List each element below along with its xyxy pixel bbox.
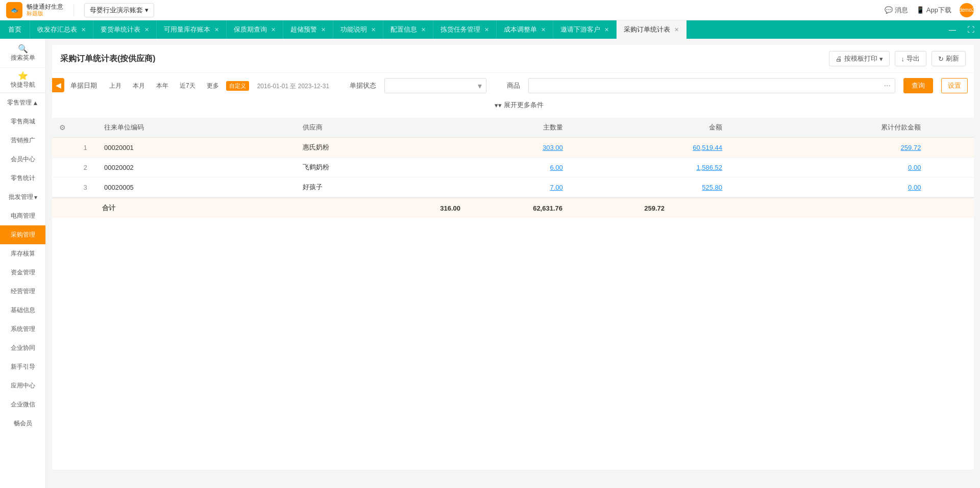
tab-close-inventory[interactable]: ✕ (214, 27, 219, 33)
row-paid-1[interactable]: 259.72 (728, 138, 927, 158)
tab-task[interactable]: 拣货任务管理 ✕ (433, 20, 497, 39)
tab-config[interactable]: 配置信息 ✕ (383, 20, 433, 39)
footer-paid: 259.72 (569, 204, 671, 212)
tab-cost[interactable]: 成本调整单 ✕ (497, 20, 553, 39)
tab-close-invite[interactable]: ✕ (604, 27, 609, 33)
nav-minimize-button[interactable]: — (943, 20, 962, 39)
collapse-filter-button[interactable]: ◀ (52, 78, 64, 92)
user-menu[interactable]: demo2 (960, 3, 974, 17)
table-area: ⚙ 往来单位编码 供应商 主数量 金额 累计付款金额 (52, 118, 974, 224)
sidebar-item-purchase[interactable]: 采购管理 (0, 225, 45, 244)
status-label: 单据状态 (350, 81, 376, 90)
tab-close-task[interactable]: ✕ (484, 27, 489, 33)
row-paid-2[interactable]: 0.00 (728, 158, 927, 177)
sidebar-item-ecommerce[interactable]: 电商管理 (0, 207, 45, 225)
tab-home[interactable]: 首页 (0, 20, 30, 39)
more-icon[interactable]: ··· (884, 81, 891, 90)
row-amount-1[interactable]: 60,519.44 (569, 138, 728, 158)
date-custom-badge[interactable]: 自定义 (226, 81, 249, 91)
col-paid-header: 累计付款金额 (728, 118, 927, 138)
tab-purchase-stats[interactable]: 采购订单统计表 ✕ (617, 20, 687, 39)
sidebar-item-wechat[interactable]: 企业微信 (0, 395, 45, 414)
tab-close-overstock[interactable]: ✕ (321, 27, 326, 33)
sidebar-item-vip[interactable]: 畅会员 (0, 414, 45, 433)
date-btn-last-month[interactable]: 上月 (105, 81, 126, 91)
sidebar-item-retail-mall[interactable]: 零售商城 (0, 112, 45, 131)
tab-close-expiry[interactable]: ✕ (271, 27, 276, 33)
settings-button[interactable]: 设置 (941, 78, 968, 93)
sidebar-item-new-guide[interactable]: 新手引导 (0, 357, 45, 376)
row-qty-2[interactable]: 6.00 (445, 158, 569, 177)
query-button[interactable]: 查询 (903, 78, 933, 93)
row-extra-3 (927, 177, 974, 197)
tab-close-purchase-stats[interactable]: ✕ (674, 27, 679, 33)
sidebar-item-operation[interactable]: 经营管理 (0, 282, 45, 301)
row-amount-2[interactable]: 1,586.52 (569, 158, 728, 177)
date-btn-7days[interactable]: 近7天 (176, 81, 200, 91)
footer-amount: 62,631.76 (467, 204, 569, 212)
refresh-icon: ↻ (938, 55, 944, 63)
tab-expiry[interactable]: 保质期查询 ✕ (227, 20, 283, 39)
sidebar-item-retail-stats[interactable]: 零售统计 (0, 169, 45, 188)
row-qty-1[interactable]: 303.00 (445, 138, 569, 158)
sidebar-item-cooperation[interactable]: 企业协同 (0, 339, 45, 357)
nav-tabs: 首页 收发存汇总表 ✕ 要货单统计表 ✕ 可用量库存账本 ✕ 保质期查询 ✕ 超… (0, 20, 980, 39)
tab-close-guide[interactable]: ✕ (371, 27, 376, 33)
column-settings-icon[interactable]: ⚙ (59, 123, 66, 132)
sidebar-item-app-center[interactable]: 应用中心 (0, 376, 45, 395)
sidebar-item-inventory-check[interactable]: 库存核算 (0, 244, 45, 263)
tab-close-order-stats[interactable]: ✕ (144, 27, 149, 33)
filter-row-1: 单据日期 上月 本月 本年 近7天 更多 自定义 2016-01-01 至 20… (70, 78, 968, 93)
sidebar-item-finance[interactable]: 资金管理 (0, 263, 45, 282)
sidebar-item-retail[interactable]: 零售管理 ▲ (0, 93, 45, 112)
row-code-3: 00020005 (98, 177, 297, 197)
export-icon: ↓ (901, 55, 905, 63)
tab-overstock[interactable]: 超储预警 ✕ (283, 20, 333, 39)
tab-order-stats[interactable]: 要货单统计表 ✕ (93, 20, 157, 39)
sidebar-item-marketing[interactable]: 营销推广 (0, 131, 45, 150)
row-code-2: 00020002 (98, 158, 297, 177)
tab-invite[interactable]: 邀请下游客户 ✕ (553, 20, 617, 39)
goods-input[interactable]: ··· (528, 78, 895, 93)
col-num-header (72, 118, 98, 138)
app-download-button[interactable]: 📱 App下载 (916, 6, 951, 15)
data-table: ⚙ 往来单位编码 供应商 主数量 金额 累计付款金额 (52, 118, 974, 197)
date-btn-this-year[interactable]: 本年 (152, 81, 173, 91)
sidebar-item-members[interactable]: 会员中心 (0, 150, 45, 169)
row-amount-3[interactable]: 525.80 (569, 177, 728, 197)
page-title: 采购订单统计表(按供应商) (60, 54, 156, 64)
tab-close-collect[interactable]: ✕ (81, 27, 86, 33)
tab-close-cost[interactable]: ✕ (541, 27, 546, 33)
row-extra-1 (927, 138, 974, 158)
row-num-3: 3 (72, 177, 98, 197)
tab-close-config[interactable]: ✕ (421, 27, 426, 33)
status-select[interactable]: ▾ (384, 78, 486, 93)
col-settings: ⚙ (52, 118, 72, 138)
tab-guide[interactable]: 功能说明 ✕ (333, 20, 383, 39)
footer-qty: 316.00 (405, 204, 467, 212)
sidebar-quick-nav[interactable]: ⭐ 快捷导航 (0, 68, 45, 93)
expand-more-button[interactable]: ▾▾ 展开更多条件 (495, 97, 544, 113)
date-btn-this-month[interactable]: 本月 (129, 81, 149, 91)
export-button[interactable]: ↓ 导出 (895, 51, 927, 66)
tab-inventory[interactable]: 可用量库存账本 ✕ (157, 20, 227, 39)
chevron-down-icon: ▾ (879, 55, 883, 63)
row-paid-3[interactable]: 0.00 (728, 177, 927, 197)
tab-collect[interactable]: 收发存汇总表 ✕ (30, 20, 93, 39)
sidebar-item-system[interactable]: 系统管理 (0, 320, 45, 339)
sidebar-item-wholesale[interactable]: 批发管理 ▾ (0, 188, 45, 207)
sidebar-item-basic-info[interactable]: 基础信息 (0, 301, 45, 320)
print-icon: 🖨 (836, 55, 842, 63)
row-qty-3[interactable]: 7.00 (445, 177, 569, 197)
sidebar: 🔍 搜索英单 ⭐ 快捷导航 零售管理 ▲ 零售商城 营销推广 会员中心 零售统计 (0, 39, 46, 488)
table-body: 1 00020001 惠氏奶粉 303.00 60,519.44 259.72 … (52, 138, 974, 197)
nav-maximize-button[interactable]: ⛶ (962, 20, 980, 39)
print-button[interactable]: 🖨 按模板打印 ▾ (829, 51, 890, 66)
sidebar-search[interactable]: 🔍 搜索英单 (0, 39, 45, 68)
refresh-button[interactable]: ↻ 刷新 (932, 51, 966, 66)
message-button[interactable]: 💬 消息 (885, 6, 908, 15)
row-num-1: 1 (72, 138, 98, 158)
date-btn-more[interactable]: 更多 (203, 81, 223, 91)
store-selector[interactable]: 母婴行业演示账套 ▾ (84, 3, 154, 17)
filter-panel: ◀ 单据日期 上月 本月 本年 近7天 更多 自定义 (52, 73, 974, 118)
